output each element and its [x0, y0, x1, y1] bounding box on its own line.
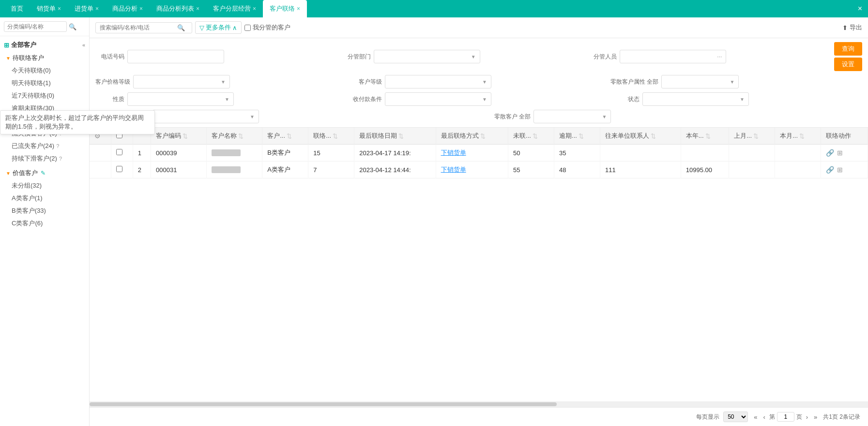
- sidebar-item-today[interactable]: 今天待联络(0): [0, 64, 89, 77]
- td-type-2: A类客户: [262, 162, 308, 178]
- status-select[interactable]: ▼: [642, 92, 749, 106]
- sort-icon-method: ⇅: [480, 132, 486, 140]
- th-this-month[interactable]: 本月...⇅: [775, 128, 821, 145]
- grid-action-icon-1[interactable]: ⊞: [837, 149, 843, 157]
- dept-select[interactable]: ▼: [374, 50, 480, 63]
- my-customers-checkbox-wrap[interactable]: 我分管的客户: [244, 23, 290, 32]
- customer-table: ⚙ 客户编码⇅ 客户名称⇅ 客户...⇅: [90, 128, 868, 178]
- filter-phone-field: 电话号码: [95, 50, 336, 63]
- nav-product-analysis-list[interactable]: 商品分析列表 ×: [150, 0, 206, 17]
- nav-sales-order[interactable]: 销货单 ×: [30, 0, 68, 17]
- nav-home[interactable]: 首页: [4, 0, 30, 17]
- customer-type-select[interactable]: ▼: [152, 110, 259, 123]
- td-type-1: B类客户: [262, 145, 308, 162]
- sort-icon-contact: ⇅: [333, 132, 338, 140]
- td-method-1[interactable]: 下销货单: [436, 145, 508, 162]
- td-date-2: 2023-04-12 14:44:: [354, 162, 436, 178]
- filter-customer-level-field: 客户等级 ▼: [353, 75, 605, 88]
- th-customer-name[interactable]: 客户名称⇅: [207, 128, 262, 145]
- filter-rows-area: 电话号码 分管部门 ▼ 分管人员 ···: [90, 38, 868, 128]
- per-page-select[interactable]: 50 20 100: [723, 411, 748, 422]
- horizontal-scrollbar[interactable]: [90, 401, 868, 407]
- window-close-btn[interactable]: ×: [858, 4, 862, 13]
- first-page-btn[interactable]: «: [752, 412, 759, 422]
- scattered-attr-select[interactable]: ▼: [661, 75, 739, 88]
- sidebar-item-class-b[interactable]: B类客户(33): [0, 205, 89, 217]
- customer-level-select[interactable]: ▼: [385, 75, 491, 88]
- sidebar-value-customer-group[interactable]: ▼ 价值客户 ✎: [0, 167, 89, 179]
- td-overdue-1: 35: [554, 145, 600, 162]
- contact-method-link-1[interactable]: 下销货单: [441, 149, 466, 156]
- price-level-select[interactable]: ▼: [133, 75, 230, 88]
- sidebar-all-customers[interactable]: ⊞ 全部客户 «: [0, 38, 89, 52]
- th-overdue[interactable]: 逾期...⇅: [554, 128, 600, 145]
- link-icon-1[interactable]: 🔗: [826, 149, 834, 157]
- nav-customer-layering-close[interactable]: ×: [253, 5, 256, 12]
- td-name-1: [207, 145, 262, 162]
- sidebar-item-tomorrow[interactable]: 明天待联络(1): [0, 77, 89, 89]
- value-group-edit-icon[interactable]: ✎: [41, 170, 46, 176]
- th-customer-type[interactable]: 客户...⇅: [262, 128, 308, 145]
- td-contact-2: 7: [308, 162, 354, 178]
- nav-customer-contact-close[interactable]: ×: [297, 5, 300, 12]
- arrow-icon: ▼: [6, 56, 11, 61]
- query-button[interactable]: 查询: [834, 42, 862, 56]
- scattered-customer-select[interactable]: ▼: [533, 110, 611, 123]
- th-uncontacted[interactable]: 未联...⇅: [508, 128, 554, 145]
- scattered-attr-arrow: ▼: [730, 79, 734, 85]
- page-unit: 页: [796, 413, 802, 421]
- payment-select[interactable]: ▼: [385, 92, 491, 106]
- nav-product-analysis-list-close[interactable]: ×: [196, 5, 199, 12]
- th-last-contact-date[interactable]: 最后联络日期⇅: [354, 128, 436, 145]
- td-method-2[interactable]: 下销货单: [436, 162, 508, 178]
- person-select[interactable]: ···: [620, 50, 726, 63]
- sidebar-item-class-c[interactable]: C类客户(6): [0, 217, 89, 230]
- export-btn[interactable]: ⬆ 导出: [842, 23, 862, 32]
- nav-customer-contact[interactable]: 客户联络 ×: [263, 0, 307, 17]
- th-last-month[interactable]: 上月...⇅: [729, 128, 775, 145]
- row-checkbox-1[interactable]: [116, 149, 122, 155]
- my-customers-checkbox[interactable]: [244, 25, 251, 31]
- sort-icon: ⇅: [183, 132, 188, 140]
- nav-product-analysis[interactable]: 商品分析 ×: [106, 0, 150, 17]
- sidebar-search-icon[interactable]: 🔍: [69, 23, 76, 30]
- sidebar-collapse-icon[interactable]: «: [82, 42, 85, 48]
- phone-input[interactable]: [127, 50, 224, 63]
- set-button[interactable]: 设置: [834, 58, 862, 71]
- price-level-label: 客户价格等级: [95, 78, 130, 86]
- main-search-input[interactable]: [100, 24, 177, 31]
- main-layout: 🔍 ⊞ 全部客户 « ▼ 待联络客户 今天待联络(0) 明天待联络(1) 近7天…: [0, 17, 868, 426]
- nav-purchase-order-close[interactable]: ×: [95, 5, 99, 12]
- page-input[interactable]: [777, 412, 794, 422]
- sidebar-item-class-a[interactable]: A类客户(1): [0, 192, 89, 205]
- nature-select[interactable]: ▼: [127, 92, 234, 106]
- nav-customer-layering[interactable]: 客户分层经营 ×: [206, 0, 263, 17]
- th-unit-contact[interactable]: 往来单位联系人⇅: [600, 128, 681, 145]
- main-search-icon[interactable]: 🔍: [177, 24, 185, 31]
- sidebar-item-unclassified[interactable]: 未分组(32): [0, 179, 89, 192]
- sidebar-item-already-lost[interactable]: 已流失客户(24) ?: [0, 140, 89, 152]
- last-page-btn[interactable]: »: [812, 412, 819, 422]
- contact-method-link-2[interactable]: 下销货单: [441, 166, 466, 173]
- sidebar-search-input[interactable]: [4, 21, 67, 32]
- grid-action-icon-2[interactable]: ⊞: [837, 166, 843, 174]
- nav-product-analysis-close[interactable]: ×: [139, 5, 143, 12]
- prev-page-btn[interactable]: ‹: [761, 412, 767, 422]
- td-overdue-2: 48: [554, 162, 600, 178]
- scrollbar-thumb[interactable]: [90, 402, 557, 406]
- th-this-year[interactable]: 本年...⇅: [681, 128, 729, 145]
- next-page-btn[interactable]: ›: [804, 412, 810, 422]
- th-customer-code[interactable]: 客户编码⇅: [151, 128, 207, 145]
- sidebar-pending-contact-group[interactable]: ▼ 待联络客户: [0, 52, 89, 64]
- link-icon-2[interactable]: 🔗: [826, 166, 834, 174]
- more-conditions-btn[interactable]: ▽ 更多条件 ∧: [195, 21, 242, 34]
- top-navigation: 首页 销货单 × 进货单 × 商品分析 × 商品分析列表 × 客户分层经营 × …: [0, 0, 868, 17]
- nature-label: 性质: [95, 95, 124, 103]
- nav-purchase-order[interactable]: 进货单 ×: [68, 0, 106, 17]
- row-checkbox-2[interactable]: [116, 166, 122, 172]
- nav-sales-order-close[interactable]: ×: [58, 5, 61, 12]
- sidebar-item-continuous-down[interactable]: 持续下滑客户(2) ?: [0, 152, 89, 165]
- th-last-contact-method[interactable]: 最后联络方式⇅: [436, 128, 508, 145]
- sidebar-item-7days[interactable]: 近7天待联络(0): [0, 89, 89, 102]
- th-contact-count[interactable]: 联络...⇅: [308, 128, 354, 145]
